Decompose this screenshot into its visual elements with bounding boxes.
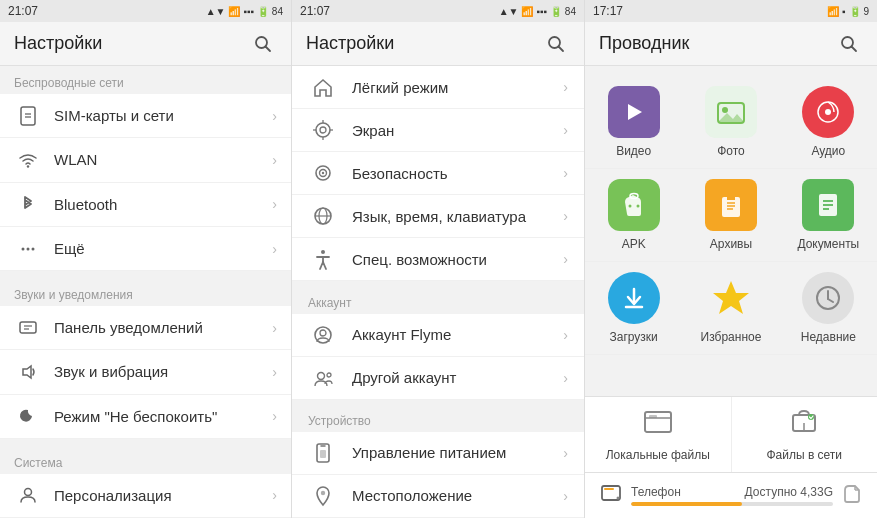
item-accessibility-label: Спец. возможности <box>352 251 563 268</box>
item-more[interactable]: Ещё › <box>0 227 291 271</box>
item-other-account-label: Другой аккаунт <box>352 369 563 386</box>
svg-rect-67 <box>649 415 657 418</box>
chevron-screen: › <box>563 122 568 138</box>
svg-point-5 <box>27 165 29 167</box>
svg-point-16 <box>316 123 330 137</box>
file-item-photo[interactable]: Фото <box>682 76 779 169</box>
photo-label: Фото <box>717 144 745 158</box>
item-flyme[interactable]: Аккаунт Flyme › <box>292 314 584 357</box>
chevron-dnd: › <box>272 408 277 424</box>
storage-info: Телефон Доступно 4,33G <box>631 485 833 506</box>
archive-icon <box>705 179 757 231</box>
item-location[interactable]: Местоположение › <box>292 475 584 518</box>
time-left: 21:07 <box>8 4 38 18</box>
svg-rect-66 <box>645 412 671 432</box>
storage-name-row: Телефон Доступно 4,33G <box>631 485 833 499</box>
video-icon <box>608 86 660 138</box>
item-language[interactable]: Язык, время, клавиатура › <box>292 195 584 238</box>
file-item-video[interactable]: Видео <box>585 76 682 169</box>
svg-line-1 <box>266 46 271 51</box>
item-bluetooth[interactable]: Bluetooth › <box>0 183 291 227</box>
search-button-middle[interactable] <box>542 30 570 58</box>
storage-bar-bg <box>631 502 833 506</box>
chevron-flyme: › <box>563 327 568 343</box>
downloads-icon <box>608 272 660 324</box>
search-button-right[interactable] <box>835 30 863 58</box>
svg-rect-38 <box>320 450 326 458</box>
item-dnd-label: Режим "Не беспокоить" <box>54 408 272 425</box>
svg-point-8 <box>32 247 35 250</box>
chevron-bluetooth: › <box>272 196 277 212</box>
file-content: Видео Фото <box>585 66 877 518</box>
local-files-label: Локальные файлы <box>606 448 710 462</box>
storage-action-icon[interactable] <box>841 482 863 509</box>
status-icons-middle: ▲▼ 📶 ▪▪▪ 🔋 84 <box>499 6 576 17</box>
search-icon-right <box>840 35 858 53</box>
item-screen[interactable]: Экран › <box>292 109 584 152</box>
item-accessibility[interactable]: Спец. возможности › <box>292 238 584 281</box>
file-item-downloads[interactable]: Загрузки <box>585 262 682 355</box>
gap-2 <box>0 439 291 446</box>
svg-rect-52 <box>727 197 735 200</box>
item-other-account[interactable]: Другой аккаунт › <box>292 357 584 400</box>
archive-label: Архивы <box>710 237 752 251</box>
item-easy-mode[interactable]: Лёгкий режим › <box>292 66 584 109</box>
status-icons-right: 📶 ▪ 🔋 9 <box>827 6 869 17</box>
svg-line-65 <box>828 299 833 302</box>
chevron-other-account: › <box>563 370 568 386</box>
item-security[interactable]: Безопасность › <box>292 152 584 195</box>
svg-point-74 <box>617 497 620 500</box>
svg-line-15 <box>559 46 564 51</box>
language-icon <box>308 201 338 231</box>
svg-point-24 <box>322 172 324 174</box>
sound-icon <box>14 358 42 386</box>
svg-marker-62 <box>713 281 749 314</box>
file-item-favorites[interactable]: Избранное <box>682 262 779 355</box>
item-wlan-label: WLAN <box>54 151 272 168</box>
item-notifications[interactable]: Панель уведомлений › <box>0 306 291 350</box>
local-files-icon <box>643 407 673 444</box>
chevron-wlan: › <box>272 152 277 168</box>
chevron-notifications: › <box>272 320 277 336</box>
downloads-label: Загрузки <box>610 330 658 344</box>
item-screen-label: Экран <box>352 122 563 139</box>
network-files-label: Файлы в сети <box>766 448 842 462</box>
item-power[interactable]: Управление питанием › <box>292 432 584 475</box>
wifi-icon <box>14 146 42 174</box>
svg-point-40 <box>321 491 325 495</box>
svg-point-49 <box>628 205 631 208</box>
page-title-left: Настройки <box>14 33 102 54</box>
apk-icon <box>608 179 660 231</box>
svg-marker-12 <box>23 366 31 378</box>
item-wlan[interactable]: WLAN › <box>0 138 291 182</box>
section-device: Устройство <box>292 406 584 432</box>
svg-point-7 <box>27 247 30 250</box>
settings-panel-left: 21:07 ▲▼ 📶 ▪▪▪ 🔋 84 Настройки Беспроводн… <box>0 0 292 518</box>
storage-bar-fill <box>631 502 742 506</box>
chevron-more: › <box>272 241 277 257</box>
file-explorer-panel: 17:17 📶 ▪ 🔋 9 Проводник <box>585 0 877 518</box>
status-bar-middle: 21:07 ▲▼ 📶 ▪▪▪ 🔋 84 <box>292 0 584 22</box>
item-personalization[interactable]: Персонализация › <box>0 474 291 518</box>
accessibility-icon <box>308 244 338 274</box>
video-label: Видео <box>616 144 651 158</box>
favorites-label: Избранное <box>701 330 762 344</box>
file-item-docs[interactable]: Документы <box>780 169 877 262</box>
search-button-left[interactable] <box>249 30 277 58</box>
item-sim-label: SIM-карты и сети <box>54 107 272 124</box>
chevron-personalization: › <box>272 487 277 503</box>
item-dnd[interactable]: Режим "Не беспокоить" › <box>0 395 291 439</box>
item-sim[interactable]: SIM-карты и сети › <box>0 94 291 138</box>
file-item-audio[interactable]: Аудио <box>780 76 877 169</box>
page-title-middle: Настройки <box>306 33 394 54</box>
file-item-apk[interactable]: APK <box>585 169 682 262</box>
audio-label: Аудио <box>811 144 845 158</box>
chevron-power: › <box>563 445 568 461</box>
time-middle: 21:07 <box>300 4 330 18</box>
network-files-item[interactable]: Файлы в сети <box>732 397 878 472</box>
local-files-item[interactable]: Локальные файлы <box>585 397 732 472</box>
file-item-recent[interactable]: Недавние <box>780 262 877 355</box>
item-sound[interactable]: Звук и вибрация › <box>0 350 291 394</box>
file-item-archive[interactable]: Архивы <box>682 169 779 262</box>
svg-point-50 <box>636 205 639 208</box>
